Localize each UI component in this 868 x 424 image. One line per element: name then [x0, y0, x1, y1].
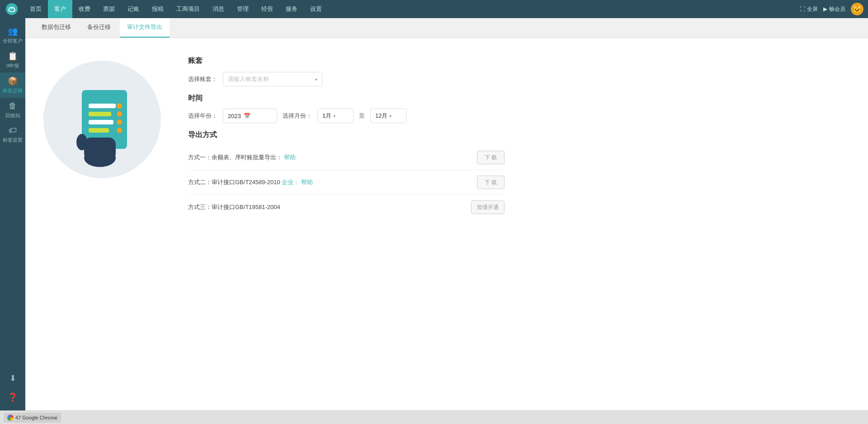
month-label: 选择月份： — [283, 112, 312, 120]
nav-accounting[interactable]: 记账 — [121, 0, 146, 18]
page-content: 账套 选择账套： 请输入账套名称 ▾ 时间 选择年份： 2023 📅 — [25, 38, 868, 410]
nav-tax[interactable]: 报税 — [146, 0, 170, 18]
svg-rect-4 — [89, 120, 113, 124]
nav-settings[interactable]: 设置 — [304, 0, 328, 18]
sidebar-item-zero-declare[interactable]: 📋 0申报 — [0, 48, 25, 72]
tab-backup-migration[interactable]: 备份迁移 — [80, 18, 118, 38]
nav-management[interactable]: 管理 — [231, 0, 255, 18]
year-value: 2023 — [228, 113, 241, 119]
svg-rect-11 — [84, 138, 116, 160]
sidebar-help-icon[interactable]: ❓ — [0, 389, 25, 406]
sidebar-item-recycle-bin[interactable]: 🗑 回收站 — [0, 98, 25, 122]
export-method-1-download-btn[interactable]: 下 载 — [477, 151, 505, 164]
account-section-title: 账套 — [188, 56, 505, 66]
top-navigation: 首页 客户 收费 票据 记账 报税 工商项目 消息 管理 经营 服务 设置 ⛶ … — [0, 0, 868, 18]
svg-point-7 — [117, 111, 122, 117]
fullscreen-icon: ⛶ — [800, 6, 805, 12]
sidebar-all-clients-label: 全部客户 — [3, 38, 23, 44]
chrome-icon — [7, 414, 14, 421]
member-icon: ▶ — [823, 6, 827, 12]
account-select-arrow: ▾ — [315, 77, 317, 82]
sidebar-zero-declare-label: 0申报 — [6, 63, 19, 69]
export-method-3-coming-soon-btn[interactable]: 暂缓开通 — [471, 200, 505, 214]
export-method-3-text: 方式三：审计接口GB/T19581-2004 — [188, 203, 280, 211]
sidebar-bottom: ⬇ ❓ — [0, 370, 25, 410]
nav-operations[interactable]: 经营 — [255, 0, 279, 18]
app-logo[interactable] — [5, 2, 19, 16]
month-end-arrow: ▾ — [389, 114, 392, 119]
label-settings-icon: 🏷 — [9, 126, 17, 135]
nav-messages[interactable]: 消息 — [206, 0, 231, 18]
taskbar-chrome-label: 47 Google Chrome — [15, 415, 57, 420]
svg-point-12 — [76, 134, 87, 150]
account-placeholder: 请输入账套名称 — [228, 75, 269, 83]
fullscreen-label: 全屏 — [807, 5, 818, 13]
year-input[interactable]: 2023 📅 — [223, 109, 277, 123]
sidebar-label-settings-label: 标签设置 — [3, 137, 23, 143]
taskbar: 47 Google Chrome — [0, 410, 868, 424]
sidebar-account-migration-label: 账套迁移 — [3, 88, 23, 94]
form-area: 账套 选择账套： 请输入账套名称 ▾ 时间 选择年份： 2023 📅 — [188, 52, 505, 397]
recycle-bin-icon: 🗑 — [9, 101, 17, 111]
zero-declare-icon: 📋 — [8, 51, 18, 61]
sidebar-item-account-migration[interactable]: 📦 账套迁移 — [0, 72, 25, 97]
month-start-value: 1月 — [322, 112, 331, 120]
all-clients-icon: 👥 — [8, 26, 18, 36]
top-nav-right: ⛶ 全屏 ▶ 畅会员 🐱 — [800, 3, 863, 15]
tab-bar: 数据包迁移 备份迁移 审计文件导出 — [25, 18, 868, 38]
svg-rect-3 — [89, 112, 111, 116]
avatar-icon: 🐱 — [853, 5, 862, 14]
fullscreen-button[interactable]: ⛶ 全屏 — [800, 5, 818, 13]
account-select[interactable]: 请输入账套名称 ▾ — [223, 72, 322, 86]
svg-point-6 — [117, 103, 122, 109]
account-migration-icon: 📦 — [8, 76, 18, 86]
month-start-select[interactable]: 1月 ▾ — [317, 109, 354, 123]
content-area: 数据包迁移 备份迁移 审计文件导出 — [25, 18, 868, 410]
sidebar-download-icon[interactable]: ⬇ — [0, 370, 25, 387]
export-method-2-help[interactable]: 帮助 — [301, 179, 313, 186]
main-layout: 👥 全部客户 📋 0申报 📦 账套迁移 🗑 回收站 🏷 标签设置 ⬇ ❓ 数据包… — [0, 18, 868, 410]
export-method-2-download-btn[interactable]: 下 载 — [477, 176, 505, 189]
year-label: 选择年份： — [188, 112, 217, 120]
nav-fees[interactable]: 收费 — [72, 0, 97, 18]
taskbar-chrome-item[interactable]: 47 Google Chrome — [4, 413, 61, 423]
user-avatar[interactable]: 🐱 — [851, 3, 863, 15]
export-method-3-label: 方式三：审计接口GB/T19581-2004 — [188, 204, 280, 210]
tab-data-migration[interactable]: 数据包迁移 — [34, 18, 78, 38]
member-label: 畅会员 — [829, 5, 845, 13]
export-method-1-help[interactable]: 帮助 — [284, 154, 296, 161]
export-method-2-company[interactable]: 企业： — [282, 179, 299, 186]
svg-point-9 — [117, 128, 122, 133]
month-end-select[interactable]: 12月 ▾ — [370, 109, 406, 123]
to-separator: 至 — [359, 112, 365, 120]
nav-invoices[interactable]: 票据 — [97, 0, 121, 18]
left-sidebar: 👥 全部客户 📋 0申报 📦 账套迁移 🗑 回收站 🏷 标签设置 ⬇ ❓ — [0, 18, 25, 410]
illustration-area — [43, 52, 161, 397]
account-row: 选择账套： 请输入账套名称 ▾ — [188, 72, 505, 86]
sidebar-item-label-settings[interactable]: 🏷 标签设置 — [0, 122, 25, 147]
month-start-arrow: ▾ — [333, 114, 335, 119]
nav-services[interactable]: 服务 — [279, 0, 304, 18]
tab-audit-export[interactable]: 审计文件导出 — [120, 18, 170, 38]
account-label: 选择账套： — [188, 75, 217, 83]
month-end-value: 12月 — [375, 112, 387, 120]
time-section-title: 时间 — [188, 94, 505, 103]
nav-business[interactable]: 工商项目 — [170, 0, 206, 18]
illustration-circle — [43, 61, 161, 178]
member-button[interactable]: ▶ 畅会员 — [823, 5, 845, 13]
nav-home[interactable]: 首页 — [24, 0, 48, 18]
export-method-2-label: 方式二：审计接口GB/T24589-2010 — [188, 179, 280, 186]
export-method-2-text: 方式二：审计接口GB/T24589-2010 企业： 帮助 — [188, 178, 313, 186]
svg-point-8 — [117, 119, 122, 125]
nav-clients[interactable]: 客户 — [48, 0, 72, 18]
export-method-1-text: 方式一：余额表、序时账批量导出： 帮助 — [188, 153, 296, 162]
export-method-2: 方式二：审计接口GB/T24589-2010 企业： 帮助 下 载 — [188, 170, 505, 195]
audit-illustration — [57, 70, 147, 169]
sidebar-recycle-bin-label: 回收站 — [5, 113, 20, 119]
svg-rect-5 — [89, 128, 109, 133]
export-method-1-label: 方式一：余额表、序时账批量导出： — [188, 154, 282, 161]
sidebar-item-all-clients[interactable]: 👥 全部客户 — [0, 23, 25, 48]
svg-rect-2 — [89, 104, 116, 108]
export-method-3: 方式三：审计接口GB/T19581-2004 暂缓开通 — [188, 195, 505, 219]
export-section-title: 导出方式 — [188, 130, 505, 140]
